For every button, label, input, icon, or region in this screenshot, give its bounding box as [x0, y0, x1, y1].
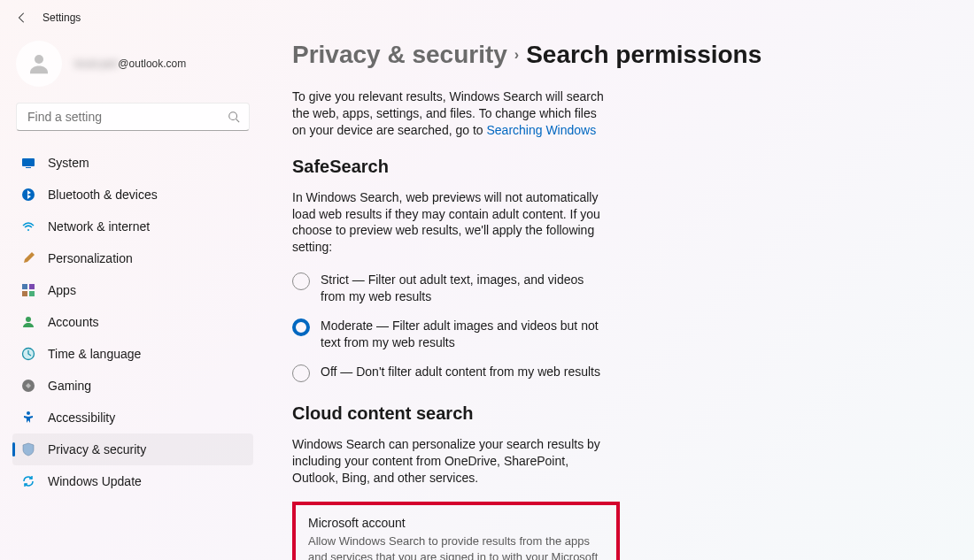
brush-icon [21, 251, 35, 265]
radio-strict[interactable]: Strict — Filter out adult text, images, … [292, 272, 602, 305]
bluetooth-icon [21, 188, 35, 202]
sidebar-item-gaming[interactable]: Gaming [12, 370, 253, 402]
svg-point-13 [27, 411, 30, 415]
main-content: Privacy & security › Search permissions … [266, 35, 974, 560]
apps-icon [21, 283, 35, 297]
setting-title: Microsoft account [308, 516, 604, 530]
search-input-container[interactable] [16, 103, 250, 131]
sidebar-item-apps[interactable]: Apps [12, 274, 253, 306]
search-icon [228, 111, 240, 123]
back-icon[interactable] [16, 12, 28, 24]
wifi-icon [21, 219, 35, 234]
profile-block[interactable]: local-part@outlook.com [12, 35, 253, 103]
svg-point-0 [35, 55, 43, 64]
radio-off[interactable]: Off — Don't filter adult content from my… [292, 364, 602, 382]
safesearch-radio-group: Strict — Filter out adult text, images, … [292, 272, 602, 382]
sidebar: local-part@outlook.com System Bluetooth … [0, 35, 266, 560]
sidebar-item-accounts[interactable]: Accounts [12, 306, 253, 338]
breadcrumb-parent[interactable]: Privacy & security [292, 41, 507, 69]
app-title: Settings [43, 12, 81, 24]
setting-subtitle: Allow Windows Search to provide results … [308, 533, 604, 560]
microsoft-account-block: Microsoft account Allow Windows Search t… [308, 516, 604, 560]
sidebar-item-label: Bluetooth & devices [48, 188, 158, 202]
sidebar-item-label: Time & language [48, 347, 141, 361]
svg-rect-2 [22, 158, 35, 166]
sidebar-item-label: System [48, 156, 89, 170]
sidebar-item-label: Windows Update [48, 474, 142, 488]
svg-rect-6 [22, 284, 27, 289]
radio-label: Strict — Filter out adult text, images, … [321, 272, 602, 305]
sidebar-item-label: Accounts [48, 315, 99, 329]
sidebar-item-label: Apps [48, 283, 76, 297]
radio-button[interactable] [292, 364, 310, 382]
radio-button[interactable] [292, 318, 310, 336]
intro-text: To give you relevant results, Windows Se… [292, 88, 611, 139]
profile-email: local-part@outlook.com [74, 58, 186, 70]
sidebar-item-privacy[interactable]: Privacy & security [12, 433, 253, 465]
sidebar-item-accessibility[interactable]: Accessibility [12, 402, 253, 433]
sidebar-item-update[interactable]: Windows Update [12, 465, 253, 497]
searching-windows-link[interactable]: Searching Windows [486, 123, 596, 137]
sidebar-nav: System Bluetooth & devices Network & int… [12, 147, 253, 497]
safesearch-heading: SafeSearch [292, 157, 974, 177]
sidebar-item-network[interactable]: Network & internet [12, 211, 253, 242]
sidebar-item-label: Personalization [48, 251, 133, 265]
update-icon [21, 474, 35, 488]
svg-point-1 [229, 112, 237, 120]
safesearch-desc: In Windows Search, web previews will not… [292, 189, 611, 257]
breadcrumb: Privacy & security › Search permissions [292, 41, 974, 69]
shield-icon [21, 442, 35, 456]
gaming-icon [21, 379, 35, 393]
sidebar-item-label: Privacy & security [48, 442, 146, 456]
sidebar-item-label: Network & internet [48, 219, 150, 234]
svg-point-5 [27, 229, 29, 231]
sidebar-item-time[interactable]: Time & language [12, 338, 253, 370]
radio-button[interactable] [292, 272, 310, 290]
microsoft-account-highlight: Microsoft account Allow Windows Search t… [292, 502, 620, 560]
sidebar-item-label: Accessibility [48, 410, 115, 425]
radio-label: Moderate — Filter adult images and video… [321, 318, 602, 351]
time-icon [21, 347, 35, 361]
radio-label: Off — Don't filter adult content from my… [321, 364, 600, 380]
radio-moderate[interactable]: Moderate — Filter adult images and video… [292, 318, 602, 351]
page-title: Search permissions [526, 41, 761, 69]
accessibility-icon [21, 410, 35, 425]
cloud-heading: Cloud content search [292, 403, 974, 424]
sidebar-item-system[interactable]: System [12, 147, 253, 179]
avatar [16, 41, 62, 87]
search-input[interactable] [26, 109, 228, 125]
svg-point-10 [26, 317, 31, 322]
svg-rect-8 [22, 291, 27, 296]
sidebar-item-label: Gaming [48, 379, 91, 393]
svg-rect-3 [26, 167, 31, 168]
accounts-icon [21, 315, 35, 329]
svg-rect-7 [29, 284, 35, 289]
svg-point-4 [22, 188, 35, 201]
cloud-desc: Windows Search can personalize your sear… [292, 436, 611, 487]
system-icon [21, 156, 35, 170]
sidebar-item-personalization[interactable]: Personalization [12, 242, 253, 274]
sidebar-item-bluetooth[interactable]: Bluetooth & devices [12, 179, 253, 211]
chevron-right-icon: › [514, 47, 519, 63]
svg-rect-9 [29, 291, 35, 296]
